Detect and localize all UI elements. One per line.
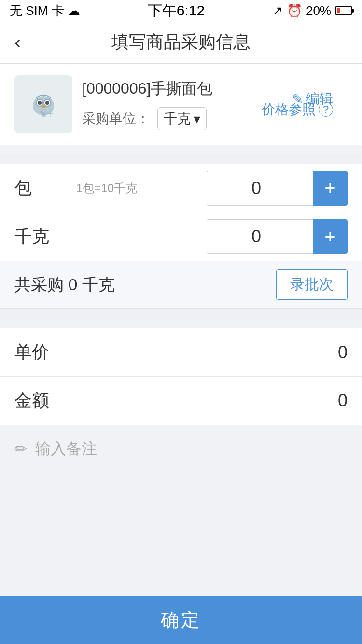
battery-percent: 20% xyxy=(306,3,331,18)
product-card: 智十 [0000006]手撕面包 采购单位： 千克 ▾ ✎ 编辑 价格参照 ? xyxy=(0,64,362,145)
svg-text:智十: 智十 xyxy=(40,110,54,118)
bao-sublabel: 1包=10千克 xyxy=(76,181,137,196)
location-icon: ↗ xyxy=(272,3,283,18)
nav-bar: ‹ 填写商品采购信息 xyxy=(0,21,362,64)
unit-price-row: 单价 0 xyxy=(0,328,362,377)
status-bar-right: ↗ ⏰ 20% xyxy=(272,3,352,18)
unit-select[interactable]: 千克 ▾ xyxy=(157,107,207,130)
kg-input[interactable] xyxy=(207,219,313,254)
kg-label: 千克 xyxy=(14,225,72,249)
status-bar-left: 无 SIM 卡 ☁ xyxy=(10,2,80,19)
pencil-icon: ✏ xyxy=(14,440,28,458)
svg-point-4 xyxy=(45,101,49,105)
amount-row: 金额 0 xyxy=(0,377,362,425)
product-logo: 智十 xyxy=(27,87,60,121)
amount-label: 金额 xyxy=(14,389,338,413)
svg-point-5 xyxy=(41,105,46,108)
notes-section[interactable]: ✏ 输入备注 xyxy=(0,425,362,473)
product-info: [0000006]手撕面包 采购单位： 千克 ▾ ✎ 编辑 价格参照 ? xyxy=(82,78,348,130)
notes-placeholder: 输入备注 xyxy=(35,438,97,460)
chevron-down-icon: ▾ xyxy=(194,111,200,127)
alarm-icon: ⏰ xyxy=(287,3,302,18)
confirm-button[interactable]: 确定 xyxy=(0,596,362,644)
bao-plus-button[interactable]: + xyxy=(313,171,348,206)
amount-value: 0 xyxy=(338,391,348,411)
help-icon: ? xyxy=(319,102,333,117)
price-reference-button[interactable]: 价格参照 ? xyxy=(262,100,333,119)
kg-input-wrap: + xyxy=(207,219,348,254)
unit-price-value: 0 xyxy=(338,342,348,363)
summary-text: 共采购 0 千克 xyxy=(14,274,276,296)
product-image: 智十 xyxy=(14,75,72,133)
bao-input-wrap: + xyxy=(207,171,348,206)
bao-label: 包 xyxy=(14,176,72,200)
battery-icon xyxy=(335,6,352,15)
summary-row: 共采购 0 千克 录批次 xyxy=(0,261,362,309)
section-divider-2 xyxy=(0,309,362,319)
status-bar: 无 SIM 卡 ☁ 下午6:12 ↗ ⏰ 20% xyxy=(0,0,362,21)
bao-row: 包 1包=10千克 + xyxy=(0,164,362,212)
no-sim-text: 无 SIM 卡 ☁ xyxy=(10,2,80,19)
bao-input[interactable] xyxy=(207,171,313,206)
unit-price-label: 单价 xyxy=(14,340,338,364)
back-button[interactable]: ‹ xyxy=(14,31,21,53)
status-bar-time: 下午6:12 xyxy=(148,1,205,21)
batch-button[interactable]: 录批次 xyxy=(276,269,348,300)
svg-point-3 xyxy=(38,101,42,105)
kg-plus-button[interactable]: + xyxy=(313,219,348,254)
unit-label: 采购单位： xyxy=(82,110,150,128)
kg-row: 千克 + xyxy=(0,212,362,261)
section-divider-1 xyxy=(0,154,362,164)
price-section: 单价 0 金额 0 xyxy=(0,328,362,425)
page-title: 填写商品采购信息 xyxy=(111,30,251,54)
input-section: 包 1包=10千克 + 千克 + xyxy=(0,164,362,261)
